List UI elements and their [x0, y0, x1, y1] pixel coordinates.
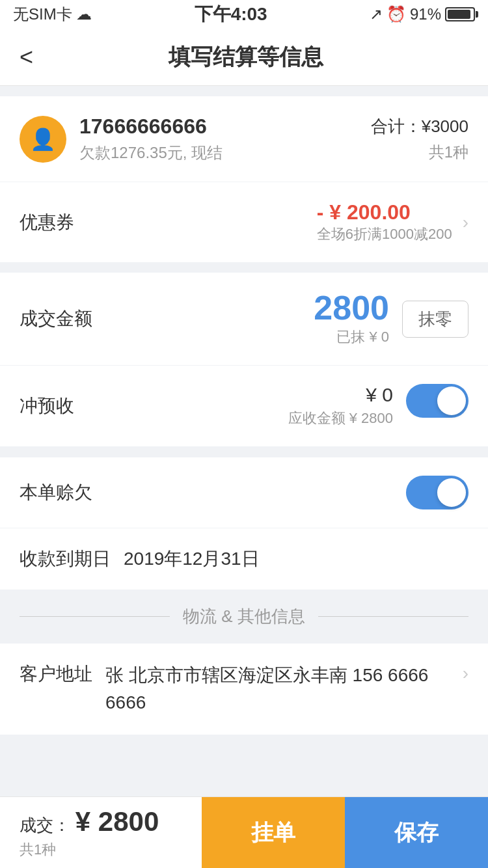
save-button[interactable]: 保存 — [345, 797, 488, 869]
pre-collect-sub: 应收金额 ¥ 2800 — [288, 409, 393, 428]
total-count: 共1种 — [371, 142, 468, 163]
total-label: 合计：¥3000 — [371, 115, 468, 138]
bottom-summary: 成交： ¥ 2800 共1种 — [0, 806, 202, 860]
coupon-desc: 全场6折满1000减200 — [317, 224, 452, 244]
bottom-count: 共1种 — [20, 840, 182, 860]
direction-icon: ↗ — [370, 5, 383, 23]
due-date-row: 收款到期日 2019年12月31日 — [0, 528, 488, 590]
roundup-button[interactable]: 抹零 — [402, 301, 468, 338]
alarm-icon: ⏰ — [386, 5, 406, 23]
pre-collect-row: 冲预收 ¥ 0 应收金额 ¥ 2800 — [0, 366, 488, 447]
content: 👤 17666666666 欠款1276.35元, 现结 合计：¥3000 共1… — [0, 96, 488, 813]
pre-collect-label: 冲预收 — [20, 394, 74, 418]
debt-toggle[interactable] — [406, 476, 468, 509]
chevron-right-icon: › — [463, 212, 468, 233]
status-bar: 无SIM卡 ☁ 下午4:03 ↗ ⏰ 91% — [0, 0, 488, 29]
back-button[interactable]: < — [20, 44, 33, 71]
bottom-total-label: 成交： — [20, 815, 70, 835]
divider-line-right — [318, 616, 468, 617]
bottom-bar: 成交： ¥ 2800 共1种 挂单 保存 — [0, 796, 488, 868]
status-right: ↗ ⏰ 91% — [370, 5, 475, 23]
coupon-row[interactable]: 优惠券 - ¥ 200.00 全场6折满1000减200 › — [0, 182, 488, 262]
due-date-value: 2019年12月31日 — [124, 547, 260, 571]
pre-collect-amount: ¥ 0 — [288, 384, 393, 406]
nav-bar: < 填写结算等信息 — [0, 29, 488, 86]
divider-line-left — [20, 616, 170, 617]
pre-collect-toggle[interactable] — [406, 384, 468, 418]
battery-percent: 91% — [410, 5, 441, 23]
transaction-label: 成交金额 — [20, 306, 92, 331]
status-time: 下午4:03 — [195, 2, 267, 27]
avatar-icon: 👤 — [30, 127, 56, 152]
transaction-amount: 2800 — [314, 291, 389, 325]
debt-toggle-knob — [437, 478, 466, 507]
toggle-knob — [437, 387, 466, 415]
transaction-row: 成交金额 2800 已抹 ¥ 0 抹零 — [0, 273, 488, 366]
hold-button[interactable]: 挂单 — [202, 797, 345, 869]
debt-label: 本单赊欠 — [20, 480, 92, 505]
customer-card: 👤 17666666666 欠款1276.35元, 现结 合计：¥3000 共1… — [0, 96, 488, 182]
address-row[interactable]: 客户地址 张 北京市市辖区海淀区永丰南 156 6666 6666 › — [0, 644, 488, 735]
address-value: 张 北京市市辖区海淀区永丰南 156 6666 6666 — [105, 662, 450, 716]
address-chevron-icon: › — [463, 663, 468, 684]
avatar: 👤 — [20, 116, 66, 163]
coupon-discount: - ¥ 200.00 — [317, 200, 452, 224]
due-date-label: 收款到期日 — [20, 547, 111, 571]
debt-row: 本单赊欠 — [0, 457, 488, 528]
sim-status: 无SIM卡 ☁ — [13, 4, 92, 25]
page-title: 填写结算等信息 — [46, 42, 445, 72]
transaction-sub: 已抹 ¥ 0 — [314, 327, 389, 347]
battery-icon — [445, 7, 475, 21]
coupon-label: 优惠券 — [20, 210, 74, 235]
divider-text: 物流 & 其他信息 — [183, 605, 305, 628]
customer-phone: 17666666666 — [79, 115, 223, 139]
address-label: 客户地址 — [20, 662, 92, 686]
status-left: 无SIM卡 ☁ — [13, 4, 92, 25]
section-gap-2 — [0, 447, 488, 457]
bottom-amount: ¥ 2800 — [75, 806, 159, 837]
section-gap-1 — [0, 262, 488, 273]
customer-debt: 欠款1276.35元, 现结 — [79, 142, 223, 163]
logistics-divider: 物流 & 其他信息 — [0, 590, 488, 644]
